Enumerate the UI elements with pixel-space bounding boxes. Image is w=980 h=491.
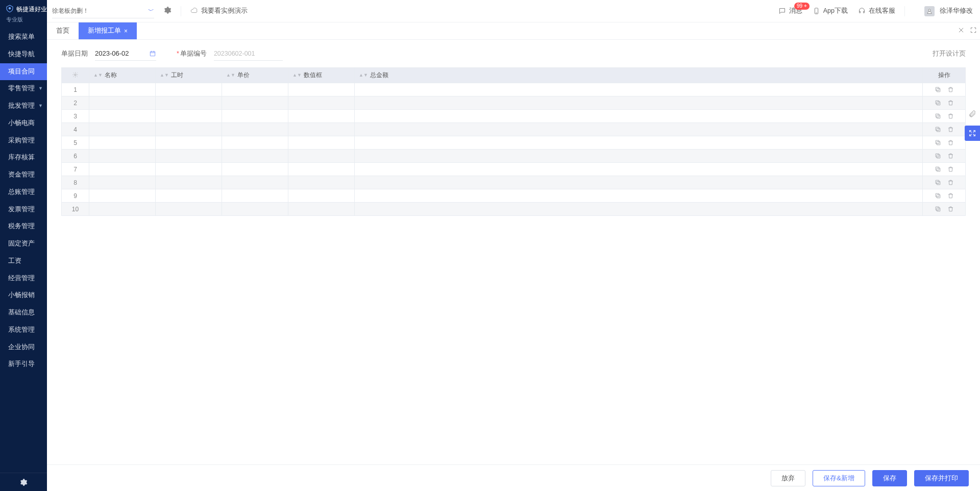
cell-price[interactable] — [222, 203, 288, 216]
cell-hours[interactable] — [156, 150, 222, 163]
col-header-price[interactable]: ▲▼单价 — [222, 68, 288, 83]
sidebar-item-11[interactable]: 税务管理 — [0, 218, 47, 235]
expand-button[interactable] — [965, 126, 980, 141]
save-and-new-button[interactable]: 保存&新增 — [813, 470, 865, 486]
cell-name[interactable] — [89, 163, 156, 176]
settings-col-header[interactable] — [62, 68, 89, 83]
cell-hours[interactable] — [156, 110, 222, 123]
fullscreen-button[interactable] — [970, 27, 977, 35]
delete-row-icon[interactable] — [947, 126, 954, 133]
col-header-total[interactable]: ▲▼总金额 — [355, 68, 923, 83]
cell-total[interactable] — [355, 83, 923, 96]
sidebar-item-0[interactable]: 搜索菜单 — [0, 29, 47, 46]
sidebar-item-13[interactable]: 工资 — [0, 253, 47, 270]
sidebar-item-3[interactable]: 零售管理▼ — [0, 80, 47, 97]
delete-row-icon[interactable] — [947, 100, 954, 106]
cell-numbox[interactable] — [288, 123, 355, 136]
messages-button[interactable]: 消息 99 + — [778, 7, 802, 15]
cell-numbox[interactable] — [288, 203, 355, 216]
copy-row-icon[interactable] — [935, 179, 941, 186]
cell-name[interactable] — [89, 136, 156, 150]
cell-total[interactable] — [355, 110, 923, 123]
cell-name[interactable] — [89, 150, 156, 163]
cell-price[interactable] — [222, 163, 288, 176]
cell-total[interactable] — [355, 203, 923, 216]
cell-price[interactable] — [222, 110, 288, 123]
copy-row-icon[interactable] — [935, 100, 941, 106]
attachment-button[interactable] — [965, 106, 980, 121]
cell-name[interactable] — [89, 203, 156, 216]
sidebar-item-19[interactable]: 新手引导 — [0, 356, 47, 373]
sidebar-item-5[interactable]: 小畅电商 — [0, 115, 47, 132]
delete-row-icon[interactable] — [947, 192, 954, 199]
copy-row-icon[interactable] — [935, 86, 941, 93]
copy-row-icon[interactable] — [935, 126, 941, 133]
cell-name[interactable] — [89, 110, 156, 123]
cell-hours[interactable] — [156, 96, 222, 110]
demo-link[interactable]: 我要看实例演示 — [190, 7, 248, 15]
close-icon[interactable]: × — [124, 28, 128, 35]
cell-numbox[interactable] — [288, 150, 355, 163]
delete-row-icon[interactable] — [947, 179, 954, 186]
sidebar-item-18[interactable]: 企业协同 — [0, 339, 47, 356]
cell-price[interactable] — [222, 176, 288, 189]
cell-hours[interactable] — [156, 163, 222, 176]
cell-hours[interactable] — [156, 83, 222, 96]
sidebar-item-17[interactable]: 系统管理 — [0, 322, 47, 339]
company-selector[interactable]: 徐老板勿删！ ﹀ — [52, 4, 154, 18]
cell-hours[interactable] — [156, 189, 222, 203]
topbar-settings-button[interactable] — [163, 6, 172, 16]
delete-row-icon[interactable] — [947, 113, 954, 119]
delete-row-icon[interactable] — [947, 166, 954, 173]
sidebar-item-6[interactable]: 采购管理 — [0, 132, 47, 150]
sidebar-item-14[interactable]: 经营管理 — [0, 270, 47, 287]
col-header-name[interactable]: ▲▼名称 — [89, 68, 156, 83]
open-design-link[interactable]: 打开设计页 — [933, 50, 966, 58]
cell-total[interactable] — [355, 176, 923, 189]
tab-close-button[interactable] — [958, 27, 965, 35]
cell-name[interactable] — [89, 189, 156, 203]
user-menu[interactable]: 徐泽华修改 — [924, 6, 973, 16]
tab-0[interactable]: 首页 — [47, 22, 79, 39]
sidebar-item-10[interactable]: 发票管理 — [0, 201, 47, 218]
sidebar-item-2[interactable]: 项目合同 — [0, 63, 47, 81]
save-button[interactable]: 保存 — [872, 470, 907, 486]
cell-price[interactable] — [222, 96, 288, 110]
cell-total[interactable] — [355, 96, 923, 110]
save-and-print-button[interactable]: 保存并打印 — [914, 470, 969, 486]
cell-name[interactable] — [89, 83, 156, 96]
cell-numbox[interactable] — [288, 176, 355, 189]
cell-price[interactable] — [222, 189, 288, 203]
col-header-hours[interactable]: ▲▼工时 — [156, 68, 222, 83]
discard-button[interactable]: 放弃 — [771, 470, 805, 486]
cell-price[interactable] — [222, 150, 288, 163]
cell-numbox[interactable] — [288, 163, 355, 176]
cell-hours[interactable] — [156, 203, 222, 216]
sidebar-item-1[interactable]: 快捷导航 — [0, 46, 47, 63]
cell-total[interactable] — [355, 163, 923, 176]
date-input[interactable]: 2023-06-02 — [95, 46, 156, 61]
cell-hours[interactable] — [156, 176, 222, 189]
delete-row-icon[interactable] — [947, 206, 954, 212]
cell-numbox[interactable] — [288, 136, 355, 150]
cell-price[interactable] — [222, 136, 288, 150]
copy-row-icon[interactable] — [935, 166, 941, 173]
cell-hours[interactable] — [156, 136, 222, 150]
cell-total[interactable] — [355, 189, 923, 203]
support-button[interactable]: 在线客服 — [858, 7, 895, 15]
copy-row-icon[interactable] — [935, 153, 941, 159]
cell-numbox[interactable] — [288, 189, 355, 203]
delete-row-icon[interactable] — [947, 139, 954, 146]
delete-row-icon[interactable] — [947, 86, 954, 93]
copy-row-icon[interactable] — [935, 192, 941, 199]
copy-row-icon[interactable] — [935, 139, 941, 146]
sidebar-item-16[interactable]: 基础信息 — [0, 304, 47, 322]
copy-row-icon[interactable] — [935, 206, 941, 212]
delete-row-icon[interactable] — [947, 153, 954, 159]
cell-total[interactable] — [355, 150, 923, 163]
app-download-button[interactable]: App下载 — [813, 7, 848, 15]
cell-total[interactable] — [355, 136, 923, 150]
sidebar-item-12[interactable]: 固定资产 — [0, 235, 47, 253]
cell-numbox[interactable] — [288, 83, 355, 96]
col-header-numbox[interactable]: ▲▼数值框 — [288, 68, 355, 83]
